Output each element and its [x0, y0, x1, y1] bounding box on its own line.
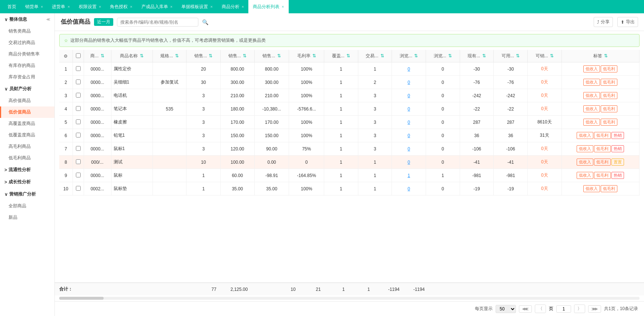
nav-home[interactable]: 首页 — [3, 0, 21, 13]
page-number-input[interactable] — [556, 305, 571, 313]
cell-checkbox[interactable] — [73, 142, 84, 156]
nav-analysis[interactable]: 商品分析 × — [217, 0, 248, 13]
next-page-button[interactable]: 〉 — [574, 305, 585, 313]
nav-sales[interactable]: 销货单 × — [21, 0, 47, 13]
collapse-overall-icon[interactable]: ≪ — [46, 17, 50, 21]
cell-browse1[interactable]: 0 — [392, 76, 426, 89]
browse-link[interactable]: 0 — [407, 120, 410, 125]
last-page-button[interactable]: ⋙ — [588, 305, 601, 313]
browse-link[interactable]: 1 — [407, 173, 410, 178]
sidebar-group-overall[interactable]: ∨ 整体信息 ≪ — [0, 13, 54, 26]
cell-browse1[interactable]: 0 — [392, 129, 426, 142]
sidebar-item-category-rate[interactable]: 商品分类销售率 — [0, 48, 54, 60]
cell-checkbox[interactable] — [73, 116, 84, 129]
sidebar-item-traded-goods[interactable]: 交易过的商品 — [0, 37, 54, 48]
cell-checkbox[interactable] — [73, 182, 84, 196]
nav-analysis-list[interactable]: 商品分析列表 × — [248, 0, 288, 13]
page-size-select[interactable]: 50 100 200 — [496, 305, 516, 313]
nav-permission[interactable]: 权限设置 × — [74, 0, 105, 13]
sidebar-item-low-coverage[interactable]: 低覆盖度商品 — [0, 129, 54, 141]
sidebar-item-sales-goods[interactable]: 销售类商品 — [0, 26, 54, 37]
prev-page-button[interactable]: 〈 — [535, 305, 546, 313]
sidebar-item-low-margin[interactable]: 低毛利商品 — [0, 152, 54, 164]
col-code[interactable]: 商... ⇅ — [84, 50, 111, 62]
browse-link[interactable]: 0 — [407, 106, 410, 112]
cell-browse1[interactable]: 0 — [392, 89, 426, 102]
sidebar-group-financial[interactable]: ∨ 员财产分析 — [0, 83, 54, 95]
close-role-icon[interactable]: × — [130, 4, 132, 9]
col-trade[interactable]: 交易... ⇅ — [358, 50, 392, 62]
badge-recent[interactable]: 近一月 — [94, 18, 113, 26]
cell-checkbox[interactable] — [73, 129, 84, 142]
browse-link[interactable]: 0 — [407, 133, 410, 138]
sidebar-item-new-goods[interactable]: 新品 — [0, 212, 54, 223]
cell-checkbox[interactable] — [73, 102, 84, 116]
row-checkbox[interactable] — [76, 106, 81, 111]
cell-checkbox[interactable] — [73, 62, 84, 76]
browse-link[interactable]: 0 — [407, 186, 410, 191]
cell-browse1[interactable]: 0 — [392, 142, 426, 156]
browse-link[interactable]: 0 — [407, 80, 410, 85]
close-template-icon[interactable]: × — [210, 4, 212, 9]
row-checkbox[interactable] — [76, 146, 81, 151]
sidebar-group-growth[interactable]: > 成长性分析 — [0, 176, 54, 188]
cell-browse1[interactable]: 0 — [392, 116, 426, 129]
col-sale3[interactable]: 销售... ⇅ — [254, 50, 289, 62]
sidebar-item-low-value[interactable]: 低价值商品 — [0, 106, 54, 118]
sidebar-item-high-value[interactable]: 高价值商品 — [0, 95, 54, 106]
close-sales-icon[interactable]: × — [41, 4, 43, 9]
row-checkbox[interactable] — [76, 133, 81, 137]
cell-browse1[interactable]: 0 — [392, 182, 426, 196]
col-spec[interactable]: 规格... ⇅ — [152, 50, 187, 62]
browse-link[interactable]: 0 — [407, 146, 410, 152]
close-purchase-icon[interactable]: × — [67, 4, 70, 9]
row-checkbox[interactable] — [76, 66, 81, 71]
close-product-in-icon[interactable]: × — [170, 4, 172, 9]
sidebar-item-high-coverage[interactable]: 高覆盖度商品 — [0, 118, 54, 129]
search-icon[interactable]: 🔍 — [202, 19, 208, 25]
col-tags[interactable]: 标签 ⇅ — [561, 50, 639, 62]
sidebar-item-inventory-capital[interactable]: 库存资金占用 — [0, 71, 54, 83]
sidebar-group-marketing[interactable]: ∨ 营销推广分析 — [0, 188, 54, 200]
row-checkbox[interactable] — [76, 93, 81, 98]
sidebar-group-liquidity[interactable]: > 流通性分析 — [0, 164, 54, 176]
col-checkbox[interactable] — [73, 50, 84, 62]
cell-checkbox[interactable] — [73, 169, 84, 182]
sidebar-item-all-goods[interactable]: 全部商品 — [0, 200, 54, 212]
horizontal-scrollbar[interactable] — [59, 297, 640, 300]
col-sale1[interactable]: 销售... ⇅ — [187, 50, 221, 62]
row-checkbox[interactable] — [76, 159, 81, 164]
export-button[interactable]: ⬆ 导出 — [617, 17, 638, 27]
cell-browse1[interactable]: 1 — [392, 169, 426, 182]
sidebar-item-high-margin[interactable]: 高毛利商品 — [0, 141, 54, 152]
row-checkbox[interactable] — [76, 119, 81, 124]
share-button[interactable]: ⤴ 分享 — [594, 17, 613, 27]
browse-link[interactable]: 0 — [407, 93, 410, 98]
col-available[interactable]: 可用... ⇅ — [494, 50, 528, 62]
col-sale2[interactable]: 销售... ⇅ — [221, 50, 255, 62]
close-permission-icon[interactable]: × — [99, 4, 101, 9]
close-analysis-icon[interactable]: × — [242, 4, 244, 9]
cell-browse1[interactable]: 0 — [392, 156, 426, 169]
cell-browse1[interactable]: 0 — [392, 62, 426, 76]
cell-checkbox[interactable] — [73, 76, 84, 89]
col-margin[interactable]: 毛利率 ⇅ — [289, 50, 324, 62]
cell-checkbox[interactable] — [73, 89, 84, 102]
select-all-checkbox[interactable] — [76, 53, 81, 58]
row-checkbox[interactable] — [76, 79, 81, 84]
close-analysis-list-icon[interactable]: × — [282, 4, 284, 9]
row-checkbox[interactable] — [76, 186, 81, 191]
sidebar-item-stocked-goods[interactable]: 有库存的商品 — [0, 60, 54, 71]
nav-template[interactable]: 单据模板设置 × — [177, 0, 217, 13]
col-coverage[interactable]: 覆盖... ⇅ — [324, 50, 358, 62]
nav-role[interactable]: 角色授权 × — [105, 0, 137, 13]
nav-purchase[interactable]: 进货单 × — [47, 0, 74, 13]
col-browse2[interactable]: 浏览... ⇅ — [426, 50, 460, 62]
search-input[interactable] — [117, 18, 198, 27]
browse-link[interactable]: 0 — [407, 160, 410, 165]
col-current[interactable]: 现有... ⇅ — [460, 50, 494, 62]
scrollbar-thumb[interactable] — [59, 297, 104, 300]
first-page-button[interactable]: ⋘ — [519, 305, 532, 313]
col-settings[interactable]: ⚙ — [59, 50, 73, 62]
col-name[interactable]: 商品名称 ⇅ — [111, 50, 152, 62]
